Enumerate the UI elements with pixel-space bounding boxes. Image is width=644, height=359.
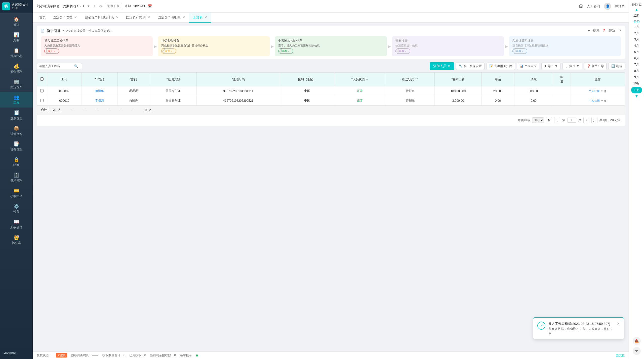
calendar-mar[interactable]: 3月 [629, 36, 644, 43]
sidebar-item-payroll[interactable]: 👥 工资 [0, 92, 33, 108]
guide-step-2: 社保参数设置 完成社保参数设置自动计算社保公积金 2 设置＞ [158, 36, 270, 56]
calendar-aug[interactable]: 8月 [629, 68, 644, 74]
tab-category-close[interactable]: ✕ [147, 15, 151, 20]
page-size-label: 每页显示 [518, 118, 530, 122]
sidebar-item-settings[interactable]: ⚙️ 设置 [0, 201, 33, 217]
calendar-jul[interactable]: 7月 [629, 62, 644, 68]
sidebar-item-funds[interactable]: 💰 资金管理 [0, 61, 33, 76]
calendar-feb[interactable]: 2月 [629, 30, 644, 36]
row2-social-ins-btn[interactable]: 个人社保 [589, 99, 600, 102]
guide-step-1-title: 导入员工工资信息 [44, 39, 149, 43]
status-bar: 授权状态： 未授权 授权到期时间：—— 授权数量合计：0 已用授权：0 当前剩余… [33, 351, 629, 359]
calendar-up-arrow[interactable]: ▲ [635, 7, 639, 13]
sidebar-item-reports[interactable]: 📋 报表中心 [0, 45, 33, 61]
sidebar-item-ledger[interactable]: 📊 总账 [0, 30, 33, 45]
special-deduction-button[interactable]: 📝 专项附加扣除 [487, 63, 515, 70]
old-version-button[interactable]: 切到旧版 [105, 3, 122, 9]
calendar-jun[interactable]: 6月 [629, 55, 644, 62]
unfix-button[interactable]: ◀ 取消固定 [1, 350, 32, 356]
calendar-dec-2022[interactable]: 12月 [629, 13, 644, 19]
tab-fixed-assets-close[interactable]: ✕ [74, 15, 77, 20]
charge-link[interactable]: 去充值 [616, 353, 625, 357]
guide-btn-label: 新手引导 [592, 64, 604, 68]
settings-gear-icon[interactable]: ⚙ [99, 4, 102, 8]
guide-help-link[interactable]: 帮助 [609, 29, 615, 33]
tab-fixed-assets[interactable]: 固定资产管理 ✕ [49, 13, 81, 23]
guide-close-button[interactable]: ✕ [619, 29, 622, 32]
row1-edit-icon[interactable]: ✏ [601, 89, 603, 93]
row2-edit-icon[interactable]: ✏ [601, 99, 603, 102]
support-label[interactable]: 人工咨询 [587, 4, 600, 9]
sidebar-item-member[interactable]: 👑 畅会员 [0, 232, 33, 248]
row1-del-icon[interactable]: 🗑 [604, 90, 607, 93]
tab-payroll[interactable]: 工资表 ✕ [189, 13, 211, 23]
tab-payroll-close[interactable]: ✕ [204, 15, 208, 20]
sidebar-item-guide[interactable]: 📖 新手引导 [0, 217, 33, 232]
guide-step-5-title: 税款计算明细表 [512, 39, 617, 43]
page-input[interactable] [567, 118, 576, 123]
guide-video-link[interactable]: 视频 [593, 29, 599, 33]
row2-actions: 个人社保 ✏ 🗑 [571, 96, 625, 106]
next-page-button[interactable]: ⟩ [583, 117, 589, 123]
toast-notification: ✓ 导入工资表模板(2023-03-23 15:07:59.897) 共 9 条… [533, 317, 624, 339]
calendar-favorite-icon[interactable]: ❤ [633, 347, 641, 355]
calendar-share-icon[interactable]: 📤 [633, 337, 641, 345]
operations-button[interactable]: ⋮ 操作 ▼ [562, 63, 582, 70]
row1-social-ins-btn[interactable]: 个人社保 [589, 89, 600, 93]
last-page-button[interactable]: ⟩⟩ [591, 117, 597, 123]
tab-detail[interactable]: 固定资产明细账 ✕ [154, 13, 189, 23]
row1-id-type: 居民身份证 [150, 86, 196, 96]
toast-desc: 共 9 条数据，成功导入 9 条，失败 0 条，跳过 0 条 [548, 327, 614, 335]
tab-category[interactable]: 固定资产类别 ✕ [123, 13, 154, 23]
sidebar-item-fixed-assets[interactable]: 🏢 固定资产 [0, 76, 33, 92]
guide-btn[interactable]: ❓ 新手引导 [584, 63, 607, 70]
user-name[interactable]: 徐泽华 [615, 4, 625, 9]
sort-icon[interactable]: ⇅ [94, 78, 97, 81]
row1-name-link[interactable]: 徐泽华 [95, 89, 104, 93]
calendar-icon[interactable]: 📅 [148, 4, 152, 8]
toast-close-button[interactable]: ✕ [617, 322, 620, 326]
export-button[interactable]: ⬆ 导出 ▼ [541, 63, 560, 70]
social-insurance-button[interactable]: 🔧 统一社保设置 [456, 63, 485, 70]
toast-success-icon: ✓ [537, 322, 545, 330]
row1-checkbox[interactable] [40, 89, 44, 92]
add-person-button[interactable]: 添加人员 ▼ [430, 62, 454, 70]
tab-detail-close[interactable]: ✕ [182, 15, 186, 20]
sidebar-item-invoices[interactable]: 🧾 发票管理 [0, 108, 33, 123]
first-page-button[interactable]: ⟨⟨ [546, 117, 552, 123]
tab-depreciation[interactable]: 固定资产折旧统计表 ✕ [81, 13, 123, 23]
tab-home[interactable]: 首页 [36, 13, 49, 23]
row2-checkbox[interactable] [40, 99, 44, 102]
calendar-may[interactable]: 5月 [629, 49, 644, 55]
calendar-oct[interactable]: 10月 [629, 80, 644, 87]
prev-page-button[interactable]: ⟨ [554, 117, 560, 123]
sidebar-item-archive[interactable]: 🗄️ 归档管理 [0, 170, 33, 185]
row2-name-link[interactable]: 李俊杰 [95, 99, 104, 102]
tax-report-button[interactable]: 📊 个税申报 [517, 63, 539, 70]
calendar-nov[interactable]: 11月 [631, 87, 642, 93]
page-size-select[interactable]: 10 20 50 [532, 117, 544, 123]
tab-depreciation-close[interactable]: ✕ [115, 15, 119, 20]
add-account-icon[interactable]: ＋ [93, 4, 97, 9]
calendar-sep[interactable]: 9月 [629, 74, 644, 80]
select-all-checkbox[interactable] [40, 77, 44, 81]
sidebar-item-home[interactable]: 🏠 首页 [0, 14, 33, 30]
submit-filter-icon[interactable]: ▽ [415, 78, 418, 81]
search-input[interactable] [39, 64, 74, 68]
toolbar-left: 🔍 [37, 63, 82, 69]
settings-icon: ⚙️ [14, 203, 19, 209]
refresh-button[interactable]: 🔄 刷新 [609, 63, 625, 70]
calendar-down-arrow[interactable]: ▼ [635, 93, 639, 99]
operations-label: 操作 [569, 64, 575, 68]
sidebar-item-inventory[interactable]: 📦 进销台账 [0, 123, 33, 139]
sidebar-item-tax[interactable]: 📑 税务管理 [0, 139, 33, 154]
tax-icon: 📑 [14, 141, 19, 147]
row2-del-icon[interactable]: 🗑 [604, 99, 607, 102]
calendar-apr[interactable]: 4月 [629, 43, 644, 49]
sidebar-item-expense[interactable]: 💳 小畅报销 [0, 185, 33, 201]
status-filter-icon[interactable]: ▽ [366, 78, 369, 81]
account-dropdown-icon[interactable]: ▼ [87, 4, 90, 8]
sidebar-item-closing[interactable]: 🔒 结账 [0, 154, 33, 170]
calendar-jan[interactable]: 1月 [629, 24, 644, 30]
search-icon[interactable]: 🔍 [74, 64, 78, 68]
